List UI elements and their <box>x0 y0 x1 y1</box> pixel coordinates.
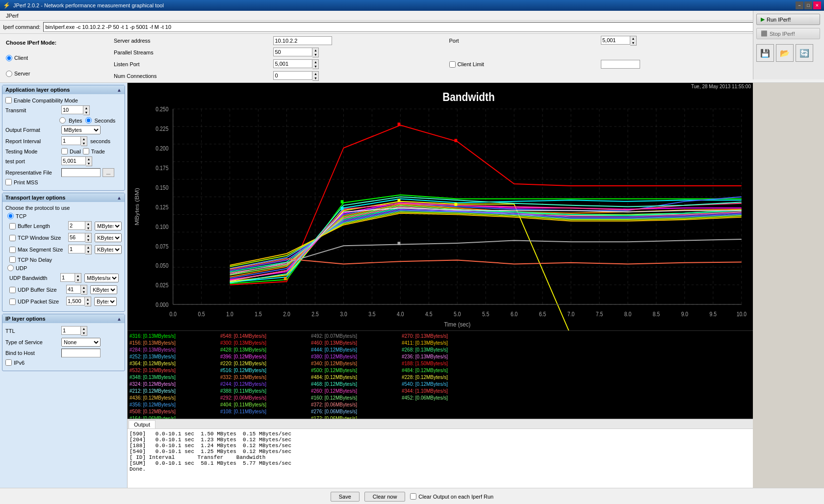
ip-layer-collapse[interactable]: ▲ <box>117 316 122 322</box>
transport-layer-collapse[interactable]: ▲ <box>117 195 122 201</box>
parallel-input[interactable] <box>273 48 312 56</box>
legend-item: #244: [0.12MBytes/s] <box>220 381 307 388</box>
menu-jperf[interactable]: JPerf <box>2 12 23 20</box>
close-button[interactable]: ✕ <box>813 1 821 9</box>
settings-icon-button[interactable]: 🔄 <box>796 44 813 62</box>
num-conn-down[interactable]: ▼ <box>312 76 318 80</box>
seconds-radio[interactable] <box>85 117 92 124</box>
udp-pkt-down[interactable]: ▼ <box>85 302 91 306</box>
report-interval-input[interactable] <box>61 136 81 145</box>
udp-buf-unit-select[interactable]: KBytesMBytes <box>90 285 117 294</box>
port-down[interactable]: ▼ <box>630 41 636 45</box>
num-conn-up[interactable]: ▲ <box>312 72 318 76</box>
run-iperf-button[interactable]: ▶ Run IPerf! <box>756 14 820 25</box>
app-layer-collapse[interactable]: ▲ <box>117 87 122 93</box>
buffer-len-down[interactable]: ▼ <box>85 226 91 230</box>
ipv6-check[interactable] <box>5 359 12 366</box>
print-mss-check[interactable] <box>5 179 12 185</box>
buffer-len-up[interactable]: ▲ <box>85 222 91 226</box>
tcp-radio[interactable] <box>7 213 14 219</box>
udp-buf-check[interactable] <box>9 287 16 293</box>
output-tab-button[interactable]: Output <box>129 420 155 428</box>
parallel-up[interactable]: ▲ <box>312 48 318 52</box>
clear-now-button[interactable]: Clear now <box>364 492 406 502</box>
max-seg-up[interactable]: ▲ <box>85 245 91 250</box>
test-port-up[interactable]: ▲ <box>86 157 92 161</box>
udp-bw-down[interactable]: ▼ <box>75 278 81 282</box>
udp-bw-up[interactable]: ▲ <box>75 274 81 278</box>
transmit-input[interactable] <box>61 105 83 114</box>
max-seg-input[interactable] <box>68 245 85 253</box>
legend-item: #452: [0.06MBytes/s] <box>402 395 492 402</box>
listen-port-down[interactable]: ▼ <box>312 64 318 69</box>
server-radio[interactable] <box>6 71 12 77</box>
output-format-select[interactable]: MBytes KBytes Bits <box>61 126 101 134</box>
client-radio[interactable] <box>6 55 12 61</box>
udp-pkt-check[interactable] <box>9 299 16 305</box>
client-limit-input[interactable] <box>601 60 640 69</box>
buffer-len-check[interactable] <box>9 223 16 229</box>
report-down[interactable]: ▼ <box>81 141 87 146</box>
test-port-input[interactable] <box>61 156 86 165</box>
udp-pkt-unit-select[interactable]: BytesKBytes <box>94 297 117 306</box>
window-size-check[interactable] <box>9 235 16 241</box>
transmit-up[interactable]: ▲ <box>83 106 89 110</box>
transport-layer-header[interactable]: Transport layer options ▲ <box>2 193 125 202</box>
client-limit-check[interactable] <box>449 61 456 68</box>
server-addr-input[interactable] <box>273 36 332 45</box>
clear-each-run-check[interactable] <box>410 493 416 500</box>
report-up[interactable]: ▲ <box>81 137 87 141</box>
test-port-down[interactable]: ▼ <box>86 161 92 166</box>
num-conn-label: Num Connections <box>114 73 265 79</box>
svg-text:5.0: 5.0 <box>454 311 461 317</box>
max-seg-unit-select[interactable]: KBytesMBytes <box>95 245 122 254</box>
no-delay-check[interactable] <box>9 256 16 263</box>
minimize-button[interactable]: − <box>796 1 803 9</box>
ttl-up[interactable]: ▲ <box>81 327 87 331</box>
bytes-radio[interactable] <box>59 117 66 124</box>
tos-select[interactable]: None <box>61 338 101 347</box>
server-label: Server <box>14 71 30 76</box>
listen-port-input[interactable] <box>273 59 312 68</box>
ttl-down[interactable]: ▼ <box>81 331 87 335</box>
save-button[interactable]: Save <box>331 492 360 502</box>
udp-pkt-up[interactable]: ▲ <box>85 297 91 302</box>
iperf-command-input[interactable] <box>43 22 821 32</box>
udp-buf-input[interactable] <box>66 285 81 294</box>
buffer-len-input[interactable] <box>68 221 85 230</box>
output-text[interactable]: [590] 0.0-10.1 sec 1.50 MBytes 0.15 MByt… <box>128 429 753 488</box>
ttl-input[interactable] <box>61 326 81 335</box>
save-icon-button[interactable]: 💾 <box>756 44 774 62</box>
compat-mode-check[interactable] <box>5 97 12 103</box>
window-unit-select[interactable]: KBytesMBytes <box>95 233 122 242</box>
window-down[interactable]: ▼ <box>85 238 91 242</box>
udp-bw-unit-select[interactable]: MBytes/secKBytes/sec <box>84 274 119 282</box>
maximize-button[interactable]: □ <box>804 1 812 9</box>
max-seg-check[interactable] <box>9 247 16 253</box>
svg-text:0.0: 0.0 <box>169 311 177 317</box>
udp-buf-down[interactable]: ▼ <box>81 290 87 294</box>
buffer-unit-select[interactable]: MBytesKBytes <box>95 222 122 230</box>
port-up[interactable]: ▲ <box>630 36 636 41</box>
udp-pkt-input[interactable] <box>66 297 85 305</box>
port-input[interactable] <box>601 36 630 45</box>
browse-button[interactable]: ... <box>103 168 114 177</box>
stop-iperf-button[interactable]: ⬛ Stop IPerf! <box>756 28 820 39</box>
app-layer-header[interactable]: Application layer options ▲ <box>2 85 125 94</box>
num-conn-input[interactable] <box>273 71 312 80</box>
rep-file-input[interactable] <box>61 168 101 177</box>
udp-bw-input[interactable] <box>60 273 75 282</box>
open-icon-button[interactable]: 📂 <box>776 44 794 62</box>
transmit-down[interactable]: ▼ <box>83 110 89 115</box>
window-size-input[interactable] <box>68 233 85 242</box>
dual-check[interactable] <box>61 148 68 154</box>
ip-layer-header[interactable]: IP layer options ▲ <box>2 314 125 323</box>
window-up[interactable]: ▲ <box>85 233 91 238</box>
parallel-down[interactable]: ▼ <box>312 52 318 57</box>
listen-port-up[interactable]: ▲ <box>312 60 318 64</box>
trade-check[interactable] <box>83 148 89 154</box>
udp-radio[interactable] <box>7 265 14 271</box>
bind-host-input[interactable] <box>61 349 101 357</box>
udp-buf-up[interactable]: ▲ <box>81 285 87 290</box>
max-seg-down[interactable]: ▼ <box>85 250 91 254</box>
